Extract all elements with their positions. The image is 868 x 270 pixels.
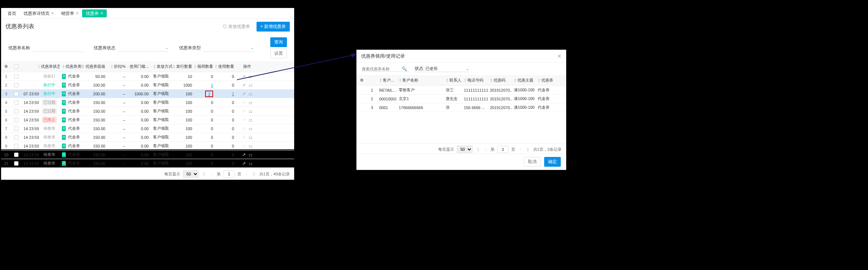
table-row[interactable]: 6 14 23:59 已终止 代代金券 150.00 -- 0.00 客户领取 … [1, 116, 294, 124]
confirm-button[interactable]: 确定 [544, 157, 561, 167]
row-checkbox[interactable] [11, 161, 21, 166]
table-row[interactable]: 4 14 23:59 已过期 代代金券 150.00 -- 0.00 客户领取 … [1, 98, 294, 107]
page-size-select[interactable]: 50 [183, 170, 199, 178]
filter-type-select[interactable]: ⌄ [203, 44, 254, 52]
close-icon[interactable]: ✕ [76, 9, 79, 17]
tab-coupon[interactable]: 优惠券✕ [82, 9, 107, 17]
table-row[interactable]: 10 14 23:59 待发布 代代金券 150.00 -- 0.00 客户领取… [1, 150, 294, 159]
table-row[interactable]: 2 00010001 北京1 唐先生 11111111111 201912070… [357, 95, 566, 103]
col-coupon-code[interactable]: ▲▼优惠码 [488, 78, 512, 83]
prev-page-button[interactable]: ‹ [483, 147, 488, 151]
cancel-button[interactable]: 取消 [524, 157, 541, 167]
row-checkbox[interactable] [11, 83, 21, 87]
qrcode-icon[interactable]: ⚏ [249, 152, 253, 157]
qrcode-icon[interactable]: ⚏ [249, 144, 253, 149]
used-qty-link[interactable]: 1 [232, 92, 234, 96]
gear-column[interactable]: ⚙ [1, 64, 11, 69]
share-icon[interactable]: ↗ [242, 83, 246, 88]
tab-home[interactable]: 首页 [4, 9, 20, 17]
first-page-button[interactable]: ⟪ [475, 147, 480, 152]
filter-name-input[interactable] [32, 44, 83, 52]
qrcode-icon[interactable]: ⚏ [249, 91, 253, 96]
search-icon[interactable]: 🔍 [402, 66, 407, 71]
method-cell: 客户领取 [151, 117, 173, 122]
col-customer-name[interactable]: ▲▼客户名称 [397, 78, 444, 83]
used-qty-cell: 0 [215, 161, 236, 166]
last-page-button[interactable]: ⟫ [525, 147, 530, 152]
row-index: 2 [1, 83, 11, 87]
col-phone[interactable]: ▲▼电话号码 [462, 78, 488, 83]
col-subject[interactable]: ▲▼优惠主题 [512, 78, 535, 83]
qrcode-icon[interactable]: ⚏ [249, 109, 253, 114]
col-coupon-type[interactable]: ▲▼优惠券类 [535, 78, 553, 83]
used-qty-cell: 0 [215, 100, 236, 105]
table-row[interactable]: 8 14 23:59 待发布 代代金券 150.00 -- 0.00 客户领取 … [1, 133, 294, 142]
page-number-input[interactable] [224, 170, 234, 178]
row-checkbox[interactable] [11, 109, 21, 113]
qrcode-icon[interactable]: ⚏ [249, 100, 253, 105]
distribute-coupon-button[interactable]: ◎ 发放优惠券 [219, 22, 253, 32]
share-icon[interactable]: ↗ [242, 91, 246, 96]
col-threshold[interactable]: ▲▼使用门槛... [128, 64, 151, 69]
select-all-checkbox[interactable] [11, 65, 21, 69]
row-checkbox[interactable] [11, 144, 21, 148]
status-filter[interactable]: 状态 已使用 ⌄ [415, 66, 469, 72]
row-index: 4 [1, 100, 11, 105]
col-method[interactable]: ▲▼发放方式 [151, 64, 173, 69]
table-row[interactable]: 1 RETAIL... 零散客户 张三 11111111111 20191207… [357, 86, 566, 95]
page-number-input[interactable] [497, 146, 508, 153]
table-row[interactable]: 7 14 23:59 待发布 代代金券 150.00 -- 0.00 客户领取 … [1, 124, 294, 133]
row-checkbox[interactable] [11, 74, 21, 79]
tab-coupon-detail[interactable]: 优惠券详情页✕ [20, 9, 58, 17]
claim-qty-link[interactable]: 3 [205, 91, 213, 97]
search-input[interactable] [362, 67, 402, 71]
col-customer-code[interactable]: ▲▼客户... [377, 78, 397, 83]
close-icon[interactable]: ✕ [100, 9, 103, 17]
row-checkbox[interactable] [11, 135, 21, 140]
col-used-qty[interactable]: ▲▼使用数量 [215, 64, 236, 69]
table-row[interactable]: 11 14 23:59 待发布 代代金券 150.00 -- 0.00 客户领取… [1, 159, 294, 168]
table-row[interactable]: 5 14 23:59 已过期 代代金券 150.00 -- 0.00 客户领取 … [1, 107, 294, 116]
qrcode-icon[interactable]: ⚏ [249, 126, 253, 131]
filter-status-select[interactable]: ⌄ [118, 44, 168, 52]
col-discount[interactable]: ▲▼折扣% [107, 64, 128, 69]
qrcode-icon[interactable]: ⚏ [249, 83, 253, 88]
prev-page-button[interactable]: ‹ [209, 172, 214, 176]
add-coupon-button[interactable]: + 新增优惠券 [257, 22, 290, 32]
qrcode-icon[interactable]: ⚏ [249, 74, 253, 79]
qrcode-icon[interactable]: ⚏ [249, 135, 253, 140]
search-button[interactable]: 查询 [270, 37, 287, 47]
col-status[interactable]: ▲▼优惠券状态 [39, 64, 60, 69]
qrcode-icon[interactable]: ⚏ [249, 117, 253, 122]
last-page-button[interactable]: ⟫ [251, 172, 257, 176]
table-row[interactable]: 1 待执行 代代金券 50.00 -- 0.00 客户领取 10 0 0 ↗ ⚏ [1, 72, 294, 81]
table-row[interactable]: 3 07 23:59 执行中 代代金券 200.00 -- 1000.00 客户… [1, 90, 294, 98]
col-claim-qty[interactable]: ▲▼领用数量 [194, 64, 215, 69]
col-issue-qty[interactable]: ▲▼发行数量 [173, 64, 194, 69]
first-page-button[interactable]: ⟪ [202, 172, 207, 176]
tab-sales-order[interactable]: 销货单✕ [58, 9, 82, 17]
col-face-value[interactable]: ▲▼优惠券面值 [82, 64, 107, 69]
next-page-button[interactable]: › [244, 172, 249, 176]
row-checkbox[interactable] [11, 92, 21, 96]
row-checkbox[interactable] [11, 126, 21, 131]
row-checkbox[interactable] [11, 100, 21, 105]
table-row[interactable]: 9 14 23:59 待发布 代代金券 150.00 -- 0.00 客户领取 … [1, 142, 294, 150]
gear-column[interactable]: ⚙ [357, 78, 367, 83]
table-row[interactable]: 3 0001 17666666666 张 156 6666 ... 201912… [357, 103, 566, 112]
page-size-select[interactable]: 50 [457, 146, 473, 153]
settings-button[interactable]: 设置 [270, 49, 287, 58]
close-icon[interactable]: ✕ [557, 53, 562, 59]
sort-icon: ▲▼ [399, 78, 402, 83]
col-contact[interactable]: ▲▼联系人 [444, 78, 462, 83]
row-checkbox[interactable] [11, 153, 21, 157]
table-row[interactable]: 2 执行中 代代金券 100.00 -- 0.00 客户领取 1000 1 0 … [1, 81, 294, 90]
qrcode-icon[interactable]: ⚏ [249, 161, 253, 166]
next-page-button[interactable]: › [518, 147, 522, 151]
close-icon[interactable]: ✕ [51, 9, 54, 17]
claim-qty-cell: 0 [194, 153, 215, 157]
claim-qty-link[interactable]: 1 [211, 83, 213, 87]
share-icon[interactable]: ↗ [242, 74, 246, 79]
row-checkbox[interactable] [11, 118, 21, 122]
col-type[interactable]: ▲▼优惠券类型 [60, 64, 82, 69]
